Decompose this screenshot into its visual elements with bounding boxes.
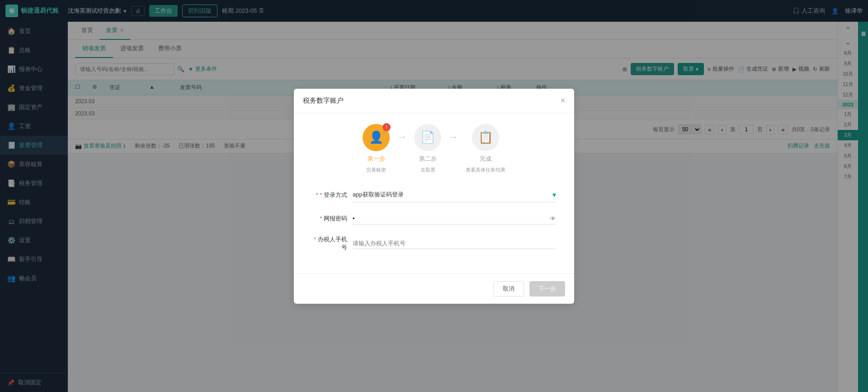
- modal-form: * 登录方式 app获取验证码登录 ▾ * 网报密码 👁: [303, 188, 565, 252]
- login-method-row: * 登录方式 app获取验证码登录 ▾: [312, 188, 556, 202]
- modal-header: 税务数字账户 ×: [294, 89, 574, 113]
- step-2-label: 第二步: [419, 155, 437, 163]
- step-1: 👤 ! 第一步 完善账密: [363, 124, 390, 173]
- step-1-badge: !: [382, 123, 391, 131]
- password-input-wrap: 👁: [353, 213, 556, 225]
- next-button[interactable]: 下一步: [529, 281, 565, 296]
- step-2-desc: 去取票: [420, 167, 435, 173]
- login-method-label: * 登录方式: [312, 191, 353, 199]
- step-1-person-icon: 👤: [369, 130, 383, 144]
- modal-close-button[interactable]: ×: [560, 96, 565, 105]
- step-3-desc: 查看具体任务结果: [466, 167, 505, 173]
- step-1-desc: 完善账密: [366, 167, 386, 173]
- modal-footer: 取消 下一步: [294, 273, 574, 304]
- step-2-doc-icon: 📄: [420, 130, 435, 144]
- step-3: 📋 完成 查看具体任务结果: [466, 124, 505, 173]
- step-3-icon-wrap: 📋: [472, 124, 499, 151]
- step-2: 📄 第二步 去取票: [414, 124, 441, 173]
- step-arrow-2: →: [441, 131, 466, 143]
- step-arrow-1: →: [390, 131, 414, 143]
- password-label: * 网报密码: [312, 215, 353, 223]
- login-method-value: app获取验证码登录: [353, 191, 404, 199]
- phone-input-wrap: [353, 238, 556, 249]
- password-eye-icon[interactable]: 👁: [550, 215, 556, 222]
- step-1-icon-wrap: 👤 !: [363, 124, 390, 151]
- login-method-dropdown-icon: ▾: [552, 191, 556, 199]
- step-3-label: 完成: [480, 155, 491, 163]
- password-input[interactable]: [353, 215, 550, 222]
- login-method-select[interactable]: app获取验证码登录 ▾: [353, 188, 556, 202]
- step-1-label: 第一步: [368, 155, 385, 163]
- phone-input[interactable]: [353, 240, 556, 247]
- steps-container: 👤 ! 第一步 完善账密 → 📄 第二步 去取票 →: [303, 124, 565, 173]
- modal-title: 税务数字账户: [303, 96, 344, 105]
- tax-digital-modal: 税务数字账户 × 👤 ! 第一步 完善账密 →: [294, 89, 574, 304]
- cancel-button[interactable]: 取消: [493, 281, 524, 296]
- phone-label: * 办税人手机号: [312, 235, 353, 252]
- phone-row: * 办税人手机号: [312, 235, 556, 252]
- step-3-checklist-icon: 📋: [478, 130, 493, 144]
- modal-overlay: 税务数字账户 × 👤 ! 第一步 完善账密 →: [0, 0, 868, 392]
- step-2-icon-wrap: 📄: [414, 124, 441, 151]
- modal-body: 👤 ! 第一步 完善账密 → 📄 第二步 去取票 →: [294, 113, 574, 273]
- password-row: * 网报密码 👁: [312, 213, 556, 225]
